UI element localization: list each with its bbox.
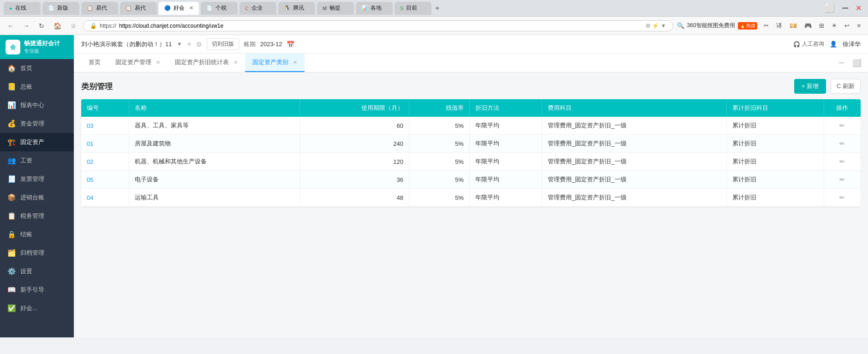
browser-tab-gedi[interactable]: 📊 各地: [356, 2, 393, 15]
cell-code[interactable]: 04: [81, 189, 129, 207]
section-header: 类别管理 + 新增 C 刷新: [81, 72, 861, 99]
close-tab-category[interactable]: ✕: [293, 60, 297, 66]
browser-tab-muqian[interactable]: S 目前: [395, 2, 431, 15]
browser-tab-tencent[interactable]: 🐧 腾讯: [278, 2, 315, 15]
cell-accumulated: 累计折旧: [726, 117, 824, 135]
restore-window-button[interactable]: ⬜: [822, 3, 838, 13]
page-tab-depreciation-summary[interactable]: 固定资产折旧统计表 ✕: [168, 54, 245, 72]
switch-version-button[interactable]: 切到旧版: [207, 38, 239, 50]
stockbook-icon: 📦: [7, 193, 16, 202]
brightness-icon[interactable]: ☀: [829, 21, 840, 30]
page-tab-fixed-assets-management[interactable]: 固定资产管理 ✕: [108, 54, 168, 72]
page-tab-category[interactable]: 固定资产类别 ✕: [245, 54, 305, 72]
browser-tab-current[interactable]: 🔵 好会 ✕: [159, 2, 199, 15]
table-body: 03 器具、工具、家具等 60 5% 年限平均 管理费用_固定资产折旧_一级 累…: [81, 117, 861, 207]
browser-tab-new[interactable]: 📄 新版: [42, 2, 79, 15]
cell-code[interactable]: 02: [81, 153, 129, 171]
service-button[interactable]: 🎧 人工咨询: [793, 40, 824, 48]
browser-tab-yidai2[interactable]: 📋 易代: [120, 2, 157, 15]
panel-minimize-button[interactable]: ─: [836, 58, 847, 68]
cell-action: ✏: [824, 117, 861, 135]
browser-tab-online[interactable]: ● 在线: [4, 2, 41, 15]
forward-button[interactable]: →: [20, 20, 32, 31]
menu-icon[interactable]: ≡: [854, 21, 863, 30]
translate-icon[interactable]: 译: [773, 20, 785, 31]
col-method: 折旧方法: [469, 99, 542, 117]
back-button[interactable]: ←: [5, 20, 17, 31]
headset-icon: 🎧: [793, 41, 800, 48]
panel-expand-button[interactable]: ⬜: [850, 58, 864, 68]
sidebar-item-salary[interactable]: 👥 工资: [0, 151, 74, 170]
url-input[interactable]: 🔒 https:// https://cloud.chanjet.com/acc…: [83, 20, 673, 31]
sidebar-item-home[interactable]: 🏠 首页: [0, 59, 74, 78]
edit-button[interactable]: ✏: [839, 122, 845, 129]
cell-name: 机器、机械和其他生产设备: [129, 153, 299, 171]
col-period: 使用期限（月）: [299, 99, 409, 117]
star-button[interactable]: ☆: [68, 20, 79, 31]
cell-code[interactable]: 05: [81, 171, 129, 189]
cell-code[interactable]: 01: [81, 135, 129, 153]
game-icon[interactable]: 🎮: [802, 21, 814, 30]
sidebar-item-archive[interactable]: 🗂️ 归档管理: [0, 244, 74, 262]
sidebar-item-settings[interactable]: ⚙️ 设置: [0, 262, 74, 281]
search-area: 🔍 360智能抠图免费用 🔥 热搜: [677, 22, 758, 30]
main-layout: 会 畅捷通好会计 专业版 🏠 首页 📒 总账 📊 报表中心 💰 资金管理 🏗️ …: [0, 35, 868, 337]
refresh-button[interactable]: C 刷新: [831, 79, 861, 94]
table-row: 03 器具、工具、家具等 60 5% 年限平均 管理费用_固定资产折旧_一级 累…: [81, 117, 861, 135]
sidebar-item-invoice[interactable]: 🧾 发票管理: [0, 170, 74, 188]
minimize-button[interactable]: ─: [839, 3, 851, 13]
add-category-button[interactable]: + 新增: [794, 79, 826, 94]
invoice-icon: 🧾: [7, 175, 16, 183]
sidebar-item-stockbook[interactable]: 📦 进销台账: [0, 188, 74, 207]
browser-tab-enterprise[interactable]: C 企业: [239, 2, 276, 15]
sidebar-item-ledger[interactable]: 📒 总账: [0, 78, 74, 96]
expand-url-button[interactable]: ⚙ ⚡ ▼: [646, 23, 666, 29]
reload-button[interactable]: ↻: [36, 20, 47, 31]
col-accumulated: 累计折旧科目: [726, 99, 824, 117]
close-window-button[interactable]: ✕: [853, 4, 864, 12]
sidebar-item-reports[interactable]: 📊 报表中心: [0, 96, 74, 114]
browser-tab-changtie[interactable]: M 畅提: [317, 2, 354, 15]
browser-tab-close[interactable]: ✕: [189, 5, 193, 11]
sidebar-item-guide[interactable]: 📖 新手引导: [0, 281, 74, 299]
undo-icon[interactable]: ↩: [842, 21, 852, 30]
cell-period: 36: [299, 171, 409, 189]
sidebar-item-fixed-assets[interactable]: 🏗️ 固定资产: [0, 133, 74, 151]
calendar-icon[interactable]: 📅: [287, 41, 294, 48]
edit-button[interactable]: ✏: [839, 158, 845, 165]
cell-method: 年限平均: [469, 171, 542, 189]
page-actions: + 新增 C 刷新: [794, 79, 861, 94]
cell-code[interactable]: 03: [81, 117, 129, 135]
sidebar-item-funds[interactable]: 💰 资金管理: [0, 114, 74, 133]
dropdown-icon[interactable]: ▼: [176, 41, 182, 48]
category-table: 编号 名称 使用期限（月） 残值率 折旧方法 费用科目 累计折旧科目 操作 03…: [81, 99, 861, 207]
settings-topbar-icon[interactable]: ⚙: [196, 41, 202, 48]
sidebar-item-tax[interactable]: 📋 税务管理: [0, 207, 74, 225]
cell-residual: 5%: [409, 117, 469, 135]
page-tab-home[interactable]: 首页: [81, 54, 108, 72]
scissors-icon[interactable]: ✂: [761, 21, 772, 30]
wallet-icon[interactable]: 💴: [787, 21, 800, 30]
sidebar-item-misc[interactable]: ✅ 好会...: [0, 299, 74, 318]
home-button[interactable]: 🏠: [51, 20, 64, 31]
browser-tab-yidai1[interactable]: 📋 易代: [81, 2, 118, 15]
funds-icon: 💰: [7, 120, 16, 128]
add-account-icon[interactable]: +: [187, 40, 191, 48]
cell-accumulated: 累计折旧: [726, 189, 824, 207]
close-tab-depreciation-summary[interactable]: ✕: [233, 60, 238, 66]
col-residual: 残值率: [409, 99, 469, 117]
tax-icon: 📋: [7, 212, 16, 220]
cell-period: 60: [299, 117, 409, 135]
cell-method: 年限平均: [469, 135, 542, 153]
new-tab-button[interactable]: +: [433, 4, 441, 12]
toolbar-icons: ✂ 译 💴 🎮 ⊞ ☀ ↩ ≡: [761, 20, 863, 31]
browser-tab-tax[interactable]: 📄 个税: [201, 2, 238, 15]
sidebar-logo[interactable]: 会 畅捷通好会计 专业版: [0, 35, 74, 59]
edit-button[interactable]: ✏: [839, 194, 845, 201]
sidebar-item-checkout[interactable]: 🔒 结账: [0, 225, 74, 244]
page-title: 类别管理: [81, 81, 113, 92]
grid-icon[interactable]: ⊞: [816, 21, 827, 30]
close-tab-fixed-assets-management[interactable]: ✕: [156, 60, 160, 66]
edit-button[interactable]: ✏: [839, 140, 845, 147]
edit-button[interactable]: ✏: [839, 176, 845, 183]
